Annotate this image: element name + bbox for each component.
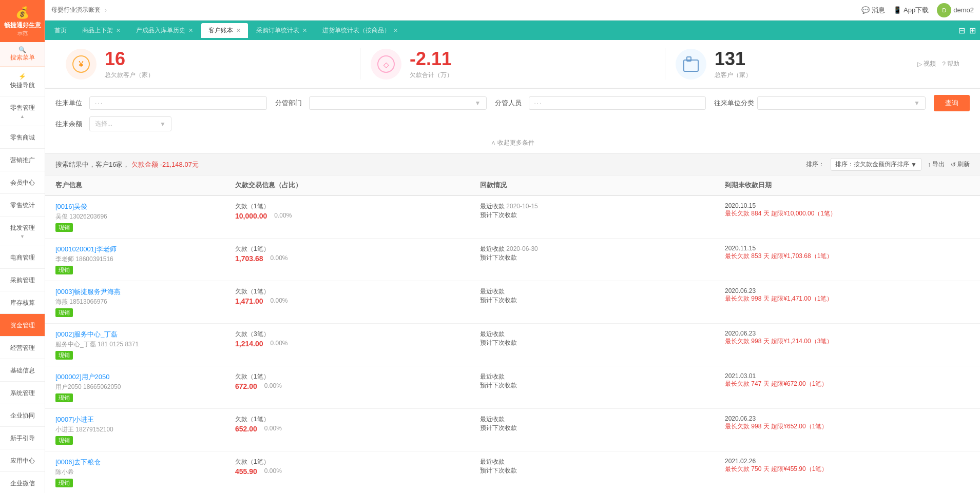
overdue-tag[interactable]: 超限¥672.00（1笔）	[771, 380, 828, 387]
avatar: D	[937, 3, 951, 17]
total-debt-amount-label: 欠款合计（万）	[410, 71, 453, 80]
balance-select[interactable]: 选择... ▼	[89, 116, 171, 131]
debt-cell: 欠款（1笔） 455.90 0.00%	[235, 458, 480, 476]
sidebar-item-enterprise[interactable]: 企业协同	[0, 404, 45, 427]
query-button[interactable]: 查询	[934, 95, 970, 111]
summary-info-2: -2.11 欠款合计（万）	[410, 48, 453, 80]
breadcrumb-sep: ›	[105, 7, 107, 14]
close-icon[interactable]: ✕	[393, 27, 398, 34]
customer-cell: [0001020001]李老师 李老师 18600391516 现销	[55, 245, 235, 274]
sidebar-item-guide[interactable]: 新手引导	[0, 427, 45, 449]
customer-name-link[interactable]: [0006]去下粮仓	[55, 458, 101, 466]
department-select[interactable]: ▼	[309, 96, 487, 110]
close-icon[interactable]: ✕	[236, 27, 241, 34]
table-row: [0002]服务中心_丁磊 服务中心_丁磊 181 0125 8371 现销 欠…	[45, 324, 980, 366]
main-area: 母婴行业演示账套 › 💬 消息 📱 App下载 D demo2	[45, 0, 980, 493]
filter-row-2: 往来余额 选择... ▼	[55, 116, 970, 131]
debt-cell: 欠款（1笔） 652.00 0.00%	[235, 415, 480, 433]
sidebar-item-purchase[interactable]: 采购管理	[0, 269, 45, 291]
tabs-actions: ⊟ ⊞	[958, 26, 978, 35]
tab-purchase-order[interactable]: 采购订单统计表 ✕	[249, 23, 314, 38]
close-icon[interactable]: ✕	[188, 27, 193, 34]
close-icon[interactable]: ✕	[116, 27, 121, 34]
collapse-label: 收起更多条件	[497, 139, 534, 146]
video-btn[interactable]: ▷ 视频	[917, 60, 936, 68]
table-row: [0001020001]李老师 李老师 18600391516 现销 欠款（1笔…	[45, 239, 980, 281]
sidebar-item-member[interactable]: 会员中心	[0, 171, 45, 194]
sidebar-search[interactable]: 🔍 搜索菜单	[0, 42, 45, 67]
tab-customer-account[interactable]: 客户账本 ✕	[201, 23, 248, 38]
results-summary: 搜索结果中，客户16家	[55, 161, 123, 168]
customer-badge: 现销	[55, 479, 73, 487]
video-icon: ▷	[917, 61, 922, 68]
close-icon[interactable]: ✕	[302, 27, 307, 34]
customer-badge: 现销	[55, 266, 73, 274]
person-input[interactable]: ···	[529, 96, 706, 110]
tab-home[interactable]: 首页	[47, 23, 74, 38]
app-download-btn[interactable]: 📱 App下载	[893, 6, 929, 15]
customer-name-link[interactable]: [0007]小进王	[55, 416, 94, 423]
sidebar-item-ecommerce[interactable]: 电商管理	[0, 246, 45, 269]
tab-product-history[interactable]: 产成品入库单历史 ✕	[129, 23, 200, 38]
results-info: 搜索结果中，客户16家， 欠款金额 -21,148.07元	[55, 160, 199, 169]
unit-category-select[interactable]: ▼	[757, 96, 926, 110]
collapse-btn[interactable]: ∧ 收起更多条件	[55, 136, 970, 149]
overdue-tag[interactable]: 超限¥1,471.00（1笔）	[771, 295, 833, 302]
refresh-icon: ↺	[951, 161, 956, 168]
customer-name-link[interactable]: [0001020001]李老师	[55, 245, 117, 253]
tab-minimize-icon[interactable]: ⊟	[958, 26, 965, 35]
from-unit-input[interactable]: ···	[89, 96, 267, 110]
tab-product-history-label: 产成品入库单历史	[136, 26, 185, 35]
sidebar-item-system[interactable]: 系统管理	[0, 382, 45, 404]
customer-name-link[interactable]: [0003]畅捷服务尹海燕	[55, 288, 121, 295]
message-btn[interactable]: 💬 消息	[861, 6, 885, 15]
col-customer: 客户信息	[55, 181, 235, 190]
sort-select[interactable]: 排序：按欠款金额倒序排序 ▼	[831, 158, 921, 171]
sidebar-item-finance[interactable]: 资金管理	[0, 314, 45, 337]
due-cell: 2020.06.23 最长欠款 998 天 超限¥1,214.00（3笔）	[725, 330, 970, 346]
from-unit-label: 往来单位	[55, 98, 86, 108]
overdue-tag[interactable]: 超限¥1,703.68（1笔）	[771, 252, 833, 260]
export-btn[interactable]: ↑ 导出	[928, 160, 945, 169]
debt-cell: 欠款（1笔） 1,703.68 0.00%	[235, 245, 480, 263]
results-amount: 欠款金额 -21,148.07元	[131, 161, 199, 168]
top-bar: 母婴行业演示账套 › 💬 消息 📱 App下载 D demo2	[45, 0, 980, 21]
overdue-tag[interactable]: 超限¥652.00（1笔）	[771, 423, 828, 430]
customer-phone: 小进王 18279152100	[55, 425, 235, 434]
customer-cell: [000002]用户2050 用户2050 18665062050 现销	[55, 372, 235, 402]
sidebar-item-app-center[interactable]: 应用中心	[0, 449, 45, 472]
customer-phone: 吴俊 13026203696	[55, 212, 235, 221]
sidebar-item-retail-stats[interactable]: 零售统计	[0, 194, 45, 216]
summary-info-1: 16 总欠款客户（家）	[105, 48, 154, 80]
tab-product-shelf[interactable]: 商品上下架 ✕	[75, 23, 128, 38]
sidebar-item-batch-mgmt[interactable]: 批发管理 ▼	[0, 216, 45, 246]
next-collect-label: 预计下次收款	[480, 211, 517, 219]
debt-customer-icon: ¥	[66, 49, 97, 80]
sidebar-item-retail-mgmt[interactable]: 零售管理 ▲	[0, 96, 45, 126]
tab-stock-stats[interactable]: 进货单统计表（按商品） ✕	[315, 23, 405, 38]
sidebar-item-marketing[interactable]: 营销推广	[0, 149, 45, 171]
overdue-tag[interactable]: 超限¥1,214.00（3笔）	[771, 338, 833, 345]
export-icon: ↑	[928, 161, 931, 168]
user-menu[interactable]: D demo2	[937, 3, 974, 17]
tab-maximize-icon[interactable]: ⊞	[969, 26, 976, 35]
help-btn[interactable]: ? 帮助	[942, 60, 959, 68]
sidebar-item-operation[interactable]: 经营管理	[0, 337, 45, 359]
overdue-tag[interactable]: 超限¥10,000.00（1笔）	[771, 210, 836, 217]
sidebar-item-inventory[interactable]: 库存核算	[0, 291, 45, 314]
table-row: [000002]用户2050 用户2050 18665062050 现销 欠款（…	[45, 366, 980, 409]
sidebar-item-wechat[interactable]: 企业微信	[0, 472, 45, 493]
customer-phone: 用户2050 18665062050	[55, 383, 235, 391]
refresh-btn[interactable]: ↺ 刷新	[951, 160, 970, 169]
customer-badge: 现销	[55, 223, 73, 232]
customer-name-link[interactable]: [000002]用户2050	[55, 373, 110, 381]
customer-name-link[interactable]: [0016]吴俊	[55, 203, 87, 210]
summary-card-3: 131 总客户（家） ▷ 视频 ? 帮助	[665, 48, 970, 80]
customer-name-link[interactable]: [0002]服务中心_丁磊	[55, 330, 118, 338]
export-label: 导出	[932, 160, 945, 169]
sidebar-item-nav[interactable]: ⚡ 快捷导航	[0, 67, 45, 96]
sidebar-item-retail-store[interactable]: 零售商城	[0, 126, 45, 149]
overdue-tag[interactable]: 超限¥455.90（1笔）	[771, 465, 828, 472]
tab-stock-stats-label: 进货单统计表（按商品）	[322, 26, 390, 35]
sidebar-item-basic-info[interactable]: 基础信息	[0, 359, 45, 382]
